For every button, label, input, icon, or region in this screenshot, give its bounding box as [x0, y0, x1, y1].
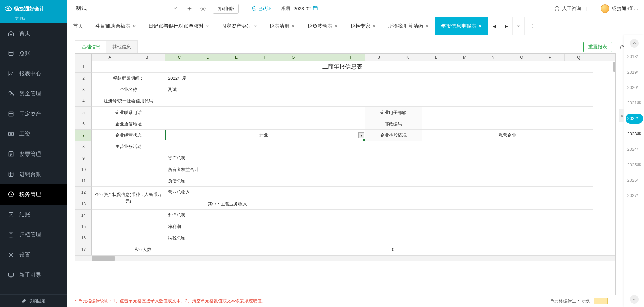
- calendar-icon[interactable]: [313, 5, 318, 12]
- rail-scroll-down[interactable]: [630, 295, 639, 304]
- row-header[interactable]: 5: [75, 107, 92, 118]
- nav-item[interactable]: 归档管理: [0, 225, 67, 245]
- row-header[interactable]: 7: [75, 130, 92, 141]
- row-header[interactable]: 4: [75, 95, 92, 107]
- nav-item[interactable]: 固定资产: [0, 104, 67, 124]
- vertical-scrollbar[interactable]: [613, 62, 615, 72]
- user-menu[interactable]: 畅捷通B组...: [601, 4, 638, 13]
- value-cell[interactable]: [194, 232, 593, 244]
- close-icon[interactable]: ✕: [291, 24, 295, 29]
- tab[interactable]: 所得税汇算清缴✕: [382, 17, 435, 35]
- year-option[interactable]: 2026年: [626, 173, 643, 188]
- row-header[interactable]: 8: [75, 141, 92, 152]
- row-header[interactable]: 3: [75, 84, 92, 95]
- close-icon[interactable]: ✕: [425, 24, 429, 29]
- tab[interactable]: 税负波动表✕: [301, 17, 344, 35]
- column-header[interactable]: Q: [565, 54, 593, 61]
- nav-item[interactable]: 报表中心: [0, 63, 67, 84]
- column-header[interactable]: K: [393, 54, 422, 61]
- column-header[interactable]: H: [308, 54, 336, 61]
- nav-item[interactable]: 资金管理: [0, 84, 67, 104]
- nav-item[interactable]: 税务管理: [0, 184, 67, 205]
- value-cell[interactable]: [422, 107, 593, 118]
- tab-scroll-left[interactable]: ◀: [488, 17, 500, 35]
- rail-scroll-up[interactable]: [630, 39, 639, 48]
- tab[interactable]: 固定资产类别✕: [215, 17, 263, 35]
- value-cell[interactable]: [194, 210, 593, 221]
- year-option[interactable]: 2020年: [626, 80, 643, 95]
- column-header[interactable]: O: [507, 54, 536, 61]
- row-header[interactable]: 12: [75, 187, 92, 198]
- rail-collapse[interactable]: «: [619, 109, 624, 122]
- tab[interactable]: 日记账与银行对账单核对✕: [142, 17, 215, 35]
- nav-item[interactable]: 结账: [0, 205, 67, 225]
- old-version-button[interactable]: 切到旧版: [213, 4, 239, 14]
- value-cell[interactable]: [194, 221, 593, 232]
- value-cell[interactable]: [422, 118, 593, 130]
- year-option[interactable]: 2019年: [626, 64, 643, 80]
- row-header[interactable]: 10: [75, 164, 92, 175]
- nav-item[interactable]: 发票管理: [0, 144, 67, 164]
- column-header[interactable]: C: [165, 54, 194, 61]
- tab[interactable]: 税检专家✕: [344, 17, 382, 35]
- year-option[interactable]: 2023年: [626, 126, 643, 142]
- row-header[interactable]: 16: [75, 232, 92, 244]
- value-cell[interactable]: [165, 141, 593, 152]
- spreadsheet[interactable]: ABCDEFGHIJKLMNOPQ 1234567891011121314151…: [75, 53, 616, 295]
- value-cell[interactable]: 0: [194, 244, 593, 255]
- value-cell[interactable]: 测试: [165, 84, 593, 95]
- value-cell[interactable]: [165, 107, 365, 118]
- nav-item[interactable]: 工资: [0, 124, 67, 144]
- value-cell[interactable]: [212, 164, 593, 175]
- scrollbar-thumb[interactable]: [92, 256, 115, 261]
- year-option[interactable]: 2018年: [626, 49, 643, 64]
- fullscreen-button[interactable]: ⛶: [524, 17, 536, 35]
- row-header[interactable]: 13: [75, 198, 92, 210]
- close-icon[interactable]: ✕: [334, 24, 338, 29]
- subtab-basic[interactable]: 基础信息: [75, 41, 106, 53]
- value-cell[interactable]: [194, 175, 593, 187]
- year-option[interactable]: 2022年: [626, 114, 643, 124]
- support-link[interactable]: 人工咨询: [554, 6, 581, 12]
- row-header[interactable]: 14: [75, 210, 92, 221]
- column-header[interactable]: P: [536, 54, 565, 61]
- tab-scroll-right[interactable]: ▶: [500, 17, 512, 35]
- column-header[interactable]: B: [128, 54, 165, 61]
- close-icon[interactable]: ✕: [132, 24, 136, 29]
- nav-item[interactable]: 新手引导: [0, 265, 67, 285]
- row-header[interactable]: 6: [75, 118, 92, 130]
- value-cell[interactable]: [261, 198, 593, 210]
- row-header[interactable]: 9: [75, 152, 92, 164]
- value-cell[interactable]: [165, 95, 593, 107]
- dropdown-arrow[interactable]: ▼: [358, 132, 364, 138]
- column-header[interactable]: G: [279, 54, 308, 61]
- horizontal-scrollbar[interactable]: [75, 255, 615, 261]
- nav-item[interactable]: 首页: [0, 23, 67, 43]
- close-icon[interactable]: ✕: [478, 24, 482, 29]
- value-cell[interactable]: [194, 187, 593, 198]
- row-header[interactable]: 1: [75, 61, 92, 73]
- column-header[interactable]: L: [422, 54, 450, 61]
- row-header[interactable]: 11: [75, 175, 92, 187]
- tab[interactable]: 税表清册✕: [263, 17, 301, 35]
- year-option[interactable]: 2021年: [626, 95, 643, 111]
- tab[interactable]: 斗目辅助余额表✕: [89, 17, 142, 35]
- add-icon[interactable]: [184, 3, 195, 14]
- tab-close-all[interactable]: ✕: [512, 17, 524, 35]
- column-header[interactable]: F: [251, 54, 279, 61]
- year-option[interactable]: 2024年: [626, 142, 643, 157]
- tab[interactable]: 首页: [67, 17, 89, 35]
- close-icon[interactable]: ✕: [372, 24, 376, 29]
- subtab-other[interactable]: 其他信息: [106, 41, 137, 53]
- row-header[interactable]: 15: [75, 221, 92, 232]
- org-selector[interactable]: 测试: [73, 3, 180, 14]
- tab[interactable]: 年报信息申报表✕: [435, 17, 488, 35]
- column-header[interactable]: J: [365, 54, 393, 61]
- unpin-button[interactable]: 取消固定: [0, 294, 67, 307]
- column-header[interactable]: A: [92, 54, 128, 61]
- close-icon[interactable]: ✕: [254, 24, 257, 29]
- cells[interactable]: 工商年报信息表税款所属期间：2022年度企业名称测试注册号/统一社会信用代码企业…: [92, 61, 615, 255]
- year-option[interactable]: 2027年: [626, 188, 643, 204]
- close-icon[interactable]: ✕: [206, 24, 209, 29]
- nav-item[interactable]: 进销台账: [0, 164, 67, 184]
